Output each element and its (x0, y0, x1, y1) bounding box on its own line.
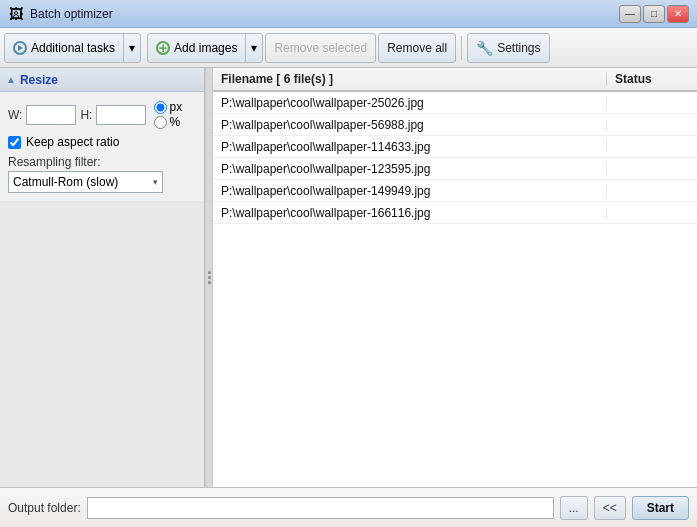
remove-selected-label: Remove selected (274, 41, 367, 55)
keep-aspect-label: Keep aspect ratio (26, 135, 119, 149)
table-row[interactable]: P:\wallpaper\cool\wallpaper-25026.jpg (213, 92, 697, 114)
col-filename-header: Filename [ 6 file(s) ] (213, 72, 607, 86)
window-controls: — □ ✕ (619, 5, 689, 23)
settings-label: Settings (497, 41, 540, 55)
additional-tasks-button[interactable]: Additional tasks ▾ (4, 33, 141, 63)
main-area: ▲ Resize W: H: px % (0, 68, 697, 487)
back-button[interactable]: << (594, 496, 626, 520)
resize-section-title: Resize (20, 73, 58, 87)
table-row[interactable]: P:\wallpaper\cool\wallpaper-56988.jpg (213, 114, 697, 136)
keep-aspect-checkbox[interactable] (8, 136, 21, 149)
panel-splitter[interactable] (205, 68, 213, 487)
resize-section-header[interactable]: ▲ Resize (0, 68, 204, 92)
file-list[interactable]: P:\wallpaper\cool\wallpaper-25026.jpgP:\… (213, 92, 697, 487)
left-panel: ▲ Resize W: H: px % (0, 68, 205, 487)
splitter-dot-3 (208, 281, 211, 284)
resampling-value: Catmull-Rom (slow) (13, 175, 118, 189)
output-folder-label: Output folder: (8, 501, 81, 515)
resampling-dropdown[interactable]: Catmull-Rom (slow) ▾ (8, 171, 163, 193)
close-button[interactable]: ✕ (667, 5, 689, 23)
file-path: P:\wallpaper\cool\wallpaper-114633.jpg (213, 140, 607, 154)
file-path: P:\wallpaper\cool\wallpaper-149949.jpg (213, 184, 607, 198)
additional-tasks-arrow[interactable]: ▾ (124, 34, 140, 62)
px-radio[interactable] (154, 101, 167, 114)
start-button[interactable]: Start (632, 496, 689, 520)
remove-all-button[interactable]: Remove all (378, 33, 456, 63)
col-status-header: Status (607, 72, 697, 86)
left-panel-spacer (0, 201, 204, 487)
resize-section-content: W: H: px % Keep aspect (0, 92, 204, 201)
browse-button[interactable]: ... (560, 496, 588, 520)
table-row[interactable]: P:\wallpaper\cool\wallpaper-166116.jpg (213, 202, 697, 224)
remove-selected-button[interactable]: Remove selected (265, 33, 376, 63)
settings-button[interactable]: 🔧 Settings (467, 33, 549, 63)
keep-aspect-row[interactable]: Keep aspect ratio (8, 135, 196, 149)
titlebar: 🖼 Batch optimizer — □ ✕ (0, 0, 697, 28)
table-row[interactable]: P:\wallpaper\cool\wallpaper-149949.jpg (213, 180, 697, 202)
play-icon (13, 41, 27, 55)
file-table-header: Filename [ 6 file(s) ] Status (213, 68, 697, 92)
px-label: px (169, 100, 182, 114)
additional-tasks-main[interactable]: Additional tasks (5, 34, 124, 62)
app-icon: 🖼 (8, 6, 24, 22)
splitter-dot-1 (208, 271, 211, 274)
percent-radio[interactable] (154, 116, 167, 129)
px-radio-row[interactable]: px (154, 100, 182, 114)
collapse-icon: ▲ (6, 74, 16, 85)
plus-circle-icon: + (156, 41, 170, 55)
add-images-button[interactable]: + Add images ▾ (147, 33, 263, 63)
toolbar: Additional tasks ▾ + Add images ▾ Remove… (0, 28, 697, 68)
file-path: P:\wallpaper\cool\wallpaper-25026.jpg (213, 96, 607, 110)
h-label: H: (80, 108, 92, 122)
bottom-bar: Output folder: ... << Start (0, 487, 697, 527)
remove-all-label: Remove all (387, 41, 447, 55)
dropdown-arrow-icon: ▾ (153, 177, 158, 187)
w-label: W: (8, 108, 22, 122)
resampling-label: Resampling filter: (8, 155, 196, 169)
output-path-input[interactable] (87, 497, 554, 519)
percent-label: % (169, 115, 180, 129)
table-row[interactable]: P:\wallpaper\cool\wallpaper-114633.jpg (213, 136, 697, 158)
add-images-label: Add images (174, 41, 237, 55)
maximize-button[interactable]: □ (643, 5, 665, 23)
w-input[interactable] (26, 105, 76, 125)
file-path: P:\wallpaper\cool\wallpaper-56988.jpg (213, 118, 607, 132)
toolbar-separator (461, 36, 462, 60)
h-input[interactable] (96, 105, 146, 125)
minimize-button[interactable]: — (619, 5, 641, 23)
file-path: P:\wallpaper\cool\wallpaper-123595.jpg (213, 162, 607, 176)
app-title: Batch optimizer (30, 7, 619, 21)
wrench-icon: 🔧 (476, 40, 493, 56)
right-panel: Filename [ 6 file(s) ] Status P:\wallpap… (213, 68, 697, 487)
file-path: P:\wallpaper\cool\wallpaper-166116.jpg (213, 206, 607, 220)
resampling-section: Resampling filter: Catmull-Rom (slow) ▾ (8, 155, 196, 193)
add-images-arrow[interactable]: ▾ (246, 34, 262, 62)
splitter-dot-2 (208, 276, 211, 279)
table-row[interactable]: P:\wallpaper\cool\wallpaper-123595.jpg (213, 158, 697, 180)
additional-tasks-label: Additional tasks (31, 41, 115, 55)
percent-radio-row[interactable]: % (154, 115, 182, 129)
add-images-main[interactable]: + Add images (148, 34, 246, 62)
